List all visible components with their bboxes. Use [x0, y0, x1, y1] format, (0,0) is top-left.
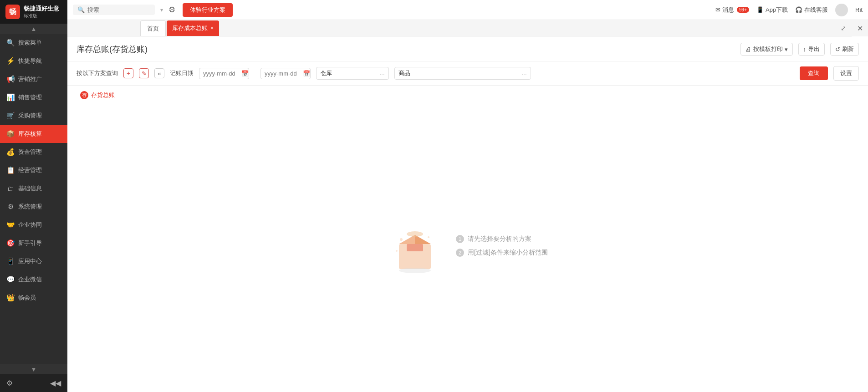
- tab-close-btn[interactable]: ×: [210, 25, 214, 31]
- topbar-app-download[interactable]: 📱 App下载: [756, 6, 788, 14]
- panel-resize-btn[interactable]: ⤢: [835, 20, 852, 36]
- panel-close-btn[interactable]: ✕: [852, 20, 868, 36]
- tab-inventory-ledger[interactable]: 库存成本总账 ×: [167, 20, 219, 36]
- product-label: 商品: [398, 69, 410, 77]
- filter-add-btn[interactable]: +: [123, 68, 133, 78]
- scheme-label: 存货总账: [91, 91, 115, 99]
- industry-btn[interactable]: 体验行业方案: [183, 3, 233, 17]
- scheme-item-inventory[interactable]: 存 存货总账: [77, 89, 118, 101]
- topbar-message[interactable]: ✉ 消息 99+: [715, 6, 749, 14]
- sidebar-item-system[interactable]: ⚙ 系统管理: [0, 198, 67, 216]
- filter-date-end[interactable]: 📅: [260, 68, 311, 79]
- filter-date-start[interactable]: 📅: [199, 68, 249, 79]
- topbar-service[interactable]: 🎧 在线客服: [795, 6, 828, 14]
- system-icon: ⚙: [6, 203, 15, 211]
- sidebar-item-quick-nav[interactable]: ⚡ 快捷导航: [0, 52, 67, 70]
- filter-edit-btn[interactable]: ✎: [139, 68, 149, 78]
- sidebar-item-operations[interactable]: 📋 经营管理: [0, 161, 67, 179]
- export-icon: ↑: [803, 46, 807, 53]
- sidebar-item-basic-info[interactable]: 🗂 基础信息: [0, 179, 67, 198]
- sidebar-scroll-down[interactable]: ▼: [0, 364, 67, 374]
- finance-label: 资金管理: [18, 148, 42, 156]
- refresh-btn[interactable]: ↺ 刷新: [830, 43, 859, 56]
- sidebar-item-enterprise[interactable]: 🤝 企业协同: [0, 216, 67, 234]
- query-btn[interactable]: 查询: [800, 66, 828, 80]
- sidebar-item-finance[interactable]: 💰 资金管理: [0, 143, 67, 161]
- tabbar: 首页 库存成本总账 × ✕ ⤢: [67, 20, 868, 36]
- finance-icon: 💰: [6, 148, 15, 156]
- app-center-icon: 📱: [6, 257, 15, 265]
- tab-home[interactable]: 首页: [140, 20, 166, 36]
- date-end-input[interactable]: [265, 70, 301, 77]
- sidebar-collapse-btn[interactable]: ◀◀: [50, 379, 61, 387]
- sidebar-item-app-center[interactable]: 📱 应用中心: [0, 252, 67, 270]
- filter-warehouse[interactable]: 仓库 …: [316, 67, 389, 80]
- page-title-row: 库存总账(存货总账) 🖨 按模板打印 ▾ ↑ 导出 ↺ 刷新: [77, 43, 859, 56]
- calendar-start-icon[interactable]: 📅: [241, 70, 249, 77]
- calendar-end-icon[interactable]: 📅: [303, 70, 310, 77]
- sidebar-item-inventory[interactable]: 📦 库存核算: [0, 125, 67, 143]
- basic-info-icon: 🗂: [6, 184, 15, 193]
- sidebar-item-wechat[interactable]: 💬 企业微信: [0, 270, 67, 289]
- sidebar-item-search-menu[interactable]: 🔍 搜索菜单: [0, 34, 67, 52]
- product-more-icon[interactable]: …: [521, 70, 527, 76]
- sidebar-item-guide[interactable]: 🎯 新手引导: [0, 234, 67, 252]
- wechat-icon: 💬: [6, 275, 15, 284]
- search-menu-label: 搜索菜单: [18, 39, 42, 47]
- main-area: 🔍 ▾ ⚙ 体验行业方案 ✉ 消息 99+ 📱 App下载 🎧 在线客服 Rit: [67, 0, 868, 392]
- search-icon: 🔍: [77, 6, 85, 13]
- content-area: 库存总账(存货总账) 🖨 按模板打印 ▾ ↑ 导出 ↺ 刷新: [67, 36, 868, 392]
- system-label: 系统管理: [18, 203, 42, 211]
- inventory-icon: 📦: [6, 130, 15, 138]
- sidebar-footer: ⚙ ◀◀: [0, 374, 67, 392]
- sidebar-item-sales[interactable]: 📊 销售管理: [0, 88, 67, 107]
- marketing-icon: 📢: [6, 75, 15, 83]
- sidebar-item-member[interactable]: 👑 畅会员: [0, 289, 67, 307]
- print-dropdown-icon[interactable]: ▾: [785, 46, 788, 53]
- svg-point-8: [396, 250, 398, 252]
- guide-label: 新手引导: [18, 239, 42, 247]
- guide-icon: 🎯: [6, 239, 15, 247]
- logo-icon: 畅: [5, 5, 20, 19]
- sales-icon: 📊: [6, 93, 15, 102]
- topbar-search[interactable]: 🔍: [73, 5, 155, 15]
- empty-illustration: [388, 221, 442, 276]
- warehouse-more-icon[interactable]: …: [379, 70, 385, 76]
- date-start-input[interactable]: [203, 70, 240, 77]
- page-title: 库存总账(存货总账): [77, 44, 148, 55]
- service-label: 在线客服: [804, 6, 828, 14]
- filter-date-label: 记账日期: [170, 69, 194, 77]
- sidebar-scroll-up[interactable]: ▲: [0, 24, 67, 34]
- app-label: App下载: [766, 6, 788, 14]
- username-label[interactable]: Rit: [855, 6, 863, 13]
- page-actions: 🖨 按模板打印 ▾ ↑ 导出 ↺ 刷新: [740, 43, 859, 56]
- member-label: 畅会员: [18, 294, 36, 302]
- filter-product[interactable]: 商品 …: [394, 67, 531, 80]
- message-label: 消息: [722, 6, 734, 14]
- print-btn[interactable]: 🖨 按模板打印 ▾: [740, 43, 793, 56]
- topbar-gear-icon[interactable]: ⚙: [168, 5, 175, 15]
- date-separator: —: [252, 70, 258, 77]
- enterprise-label: 企业协同: [18, 221, 42, 229]
- print-icon: 🖨: [745, 46, 751, 53]
- sidebar-item-purchase[interactable]: 🛒 采购管理: [0, 107, 67, 125]
- filter-collapse-btn[interactable]: «: [154, 68, 164, 78]
- user-avatar[interactable]: [835, 4, 848, 16]
- svg-point-7: [428, 236, 429, 238]
- filter-date-group: 📅 — 📅: [199, 68, 311, 79]
- refresh-icon: ↺: [835, 46, 840, 53]
- message-badge: 99+: [737, 7, 749, 13]
- app-center-label: 应用中心: [18, 257, 42, 265]
- export-btn[interactable]: ↑ 导出: [798, 43, 825, 56]
- empty-hint-1: 1 请先选择要分析的方案: [456, 235, 548, 243]
- enterprise-icon: 🤝: [6, 221, 15, 229]
- sidebar-settings-btn[interactable]: ⚙: [6, 379, 13, 387]
- search-input[interactable]: [87, 6, 147, 13]
- quick-nav-label: 快捷导航: [18, 57, 42, 65]
- topbar-dropdown-arrow[interactable]: ▾: [160, 7, 163, 13]
- marketing-label: 营销推广: [18, 75, 42, 83]
- settings-inline-btn[interactable]: 设置: [833, 66, 859, 81]
- sidebar-item-marketing[interactable]: 📢 营销推广: [0, 70, 67, 88]
- empty-text-list: 1 请先选择要分析的方案 2 用[过滤]条件来缩小分析范围: [456, 235, 548, 262]
- message-icon: ✉: [715, 6, 720, 13]
